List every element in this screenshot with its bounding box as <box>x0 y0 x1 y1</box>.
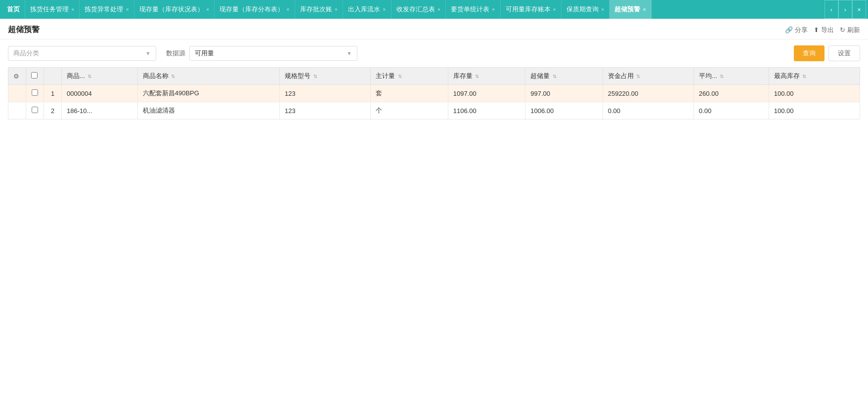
row-product-code: 0000004 <box>62 85 138 102</box>
gear-icon[interactable]: ⚙ <box>13 73 19 80</box>
sort-stock-icon: ⇅ <box>475 74 479 79</box>
row-avg: 260.00 <box>694 85 769 102</box>
row-spec: 123 <box>280 85 371 102</box>
nav-arrow-right[interactable]: › <box>838 0 852 19</box>
share-action[interactable]: 🔗 分享 <box>785 26 808 35</box>
row-avg: 0.00 <box>694 102 769 119</box>
refresh-icon: ↻ <box>840 26 845 34</box>
th-overstock[interactable]: 超储量 ⇅ <box>525 68 603 85</box>
th-max-stock[interactable]: 最高库存 ⇅ <box>769 68 860 85</box>
row-checkbox[interactable] <box>32 89 38 96</box>
nav-item-overstock-warning[interactable]: 超储预警 × <box>609 0 651 19</box>
th-checkbox <box>26 68 44 85</box>
row-max-stock: 100.00 <box>769 102 860 119</box>
nav-arrows: ‹ › × <box>825 0 866 19</box>
nav-item-picking-task[interactable]: 拣货任务管理 × <box>25 0 80 19</box>
row-stock: 1106.00 <box>448 102 525 119</box>
header-actions: 🔗 分享 ⬆ 导出 ↻ 刷新 <box>785 26 860 35</box>
sort-product-name-icon: ⇅ <box>171 74 175 79</box>
close-picking-task[interactable]: × <box>71 6 74 12</box>
filter-category-item: 商品分类 ▼ <box>8 46 156 61</box>
nav-arrow-left[interactable]: ‹ <box>825 0 838 19</box>
category-select-label: 商品分类 <box>13 49 39 58</box>
data-table: ⚙ 商品... ⇅ 商品名称 ⇅ 规格型号 <box>8 67 860 119</box>
nav-item-expiry-query[interactable]: 保质期查询 × <box>562 0 609 19</box>
datasource-selected-value: 可用量 <box>195 49 214 58</box>
th-unit[interactable]: 主计量 ⇅ <box>371 68 448 85</box>
row-checkbox-cell[interactable] <box>26 102 44 119</box>
export-icon: ⬆ <box>814 26 819 34</box>
row-max-stock: 100.00 <box>769 85 860 102</box>
table-row: 1 0000004 六配套新昌490BPG 123 套 1097.00 997.… <box>8 85 860 102</box>
close-expiry-query[interactable]: × <box>601 6 604 12</box>
sort-product-code-icon: ⇅ <box>87 74 91 79</box>
sort-unit-icon: ⇅ <box>398 74 402 79</box>
row-spec: 123 <box>280 102 371 119</box>
nav-item-order-stats[interactable]: 要货单统计表 × <box>446 0 500 19</box>
datasource-label: 数据源 <box>166 49 185 58</box>
nav-item-receive-summary[interactable]: 收发存汇总表 × <box>391 0 446 19</box>
row-capital: 259220.00 <box>603 85 694 102</box>
close-inventory-status[interactable]: × <box>206 6 209 12</box>
close-inout-flow[interactable]: × <box>383 6 386 12</box>
close-inventory-batch[interactable]: × <box>335 6 338 12</box>
datasource-select[interactable]: 可用量 ▼ <box>189 46 357 61</box>
datasource-chevron-icon: ▼ <box>347 50 352 56</box>
close-order-stats[interactable]: × <box>492 6 495 12</box>
th-avg[interactable]: 平均... ⇅ <box>694 68 769 85</box>
nav-item-inout-flow[interactable]: 出入库流水 × <box>343 0 391 19</box>
close-picking-exception[interactable]: × <box>126 6 129 12</box>
table-row: 2 186-10... 机油滤清器 123 个 1106.00 1006.00 … <box>8 102 860 119</box>
close-inventory-dist[interactable]: × <box>286 6 289 12</box>
nav-bar: 首页 拣货任务管理 × 拣货异常处理 × 现存量（库存状况表） × 现存量（库存… <box>0 0 868 19</box>
row-unit: 个 <box>371 102 448 119</box>
filter-datasource-item: 数据源 可用量 ▼ <box>166 46 357 61</box>
row-stock: 1097.00 <box>448 85 525 102</box>
table-header-row: ⚙ 商品... ⇅ 商品名称 ⇅ 规格型号 <box>8 68 860 85</box>
refresh-action[interactable]: ↻ 刷新 <box>840 26 860 35</box>
th-product-name[interactable]: 商品名称 ⇅ <box>137 68 279 85</box>
nav-item-home[interactable]: 首页 <box>2 0 25 19</box>
row-overstock: 1006.00 <box>525 102 603 119</box>
row-product-name: 机油滤清器 <box>137 102 279 119</box>
row-gear-cell <box>8 85 26 102</box>
close-receive-summary[interactable]: × <box>437 6 440 12</box>
row-number: 1 <box>44 85 62 102</box>
category-chevron-icon: ▼ <box>145 50 151 56</box>
nav-item-inventory-batch[interactable]: 库存批次账 × <box>295 0 343 19</box>
category-select[interactable]: 商品分类 ▼ <box>8 46 156 61</box>
close-overstock-warning[interactable]: × <box>643 6 646 12</box>
nav-item-picking-exception[interactable]: 拣货异常处理 × <box>80 0 134 19</box>
sort-overstock-icon: ⇅ <box>553 74 557 79</box>
select-all-checkbox[interactable] <box>31 72 38 79</box>
sort-capital-icon: ⇅ <box>636 74 640 79</box>
close-available-ledger[interactable]: × <box>553 6 556 12</box>
row-number: 2 <box>44 102 62 119</box>
nav-arrow-close[interactable]: × <box>852 0 866 19</box>
main-content: 超储预警 🔗 分享 ⬆ 导出 ↻ 刷新 商品分类 ▼ 数据源 <box>0 19 868 395</box>
sort-spec-icon: ⇅ <box>313 74 317 79</box>
settings-button[interactable]: 设置 <box>828 45 860 61</box>
th-spec[interactable]: 规格型号 ⇅ <box>280 68 371 85</box>
page-header: 超储预警 🔗 分享 ⬆ 导出 ↻ 刷新 <box>0 19 868 40</box>
nav-item-inventory-status[interactable]: 现存量（库存状况表） × <box>134 0 215 19</box>
page-title: 超储预警 <box>8 25 40 35</box>
th-row-num <box>44 68 62 85</box>
share-icon: 🔗 <box>785 26 793 34</box>
filter-area: 商品分类 ▼ 数据源 可用量 ▼ 查询 设置 <box>0 40 868 67</box>
th-product-code[interactable]: 商品... ⇅ <box>62 68 138 85</box>
export-action[interactable]: ⬆ 导出 <box>814 26 834 35</box>
th-stock[interactable]: 库存量 ⇅ <box>448 68 525 85</box>
filter-buttons: 查询 设置 <box>794 45 860 61</box>
row-overstock: 997.00 <box>525 85 603 102</box>
query-button[interactable]: 查询 <box>794 45 825 61</box>
sort-max-stock-icon: ⇅ <box>802 74 806 79</box>
sort-avg-icon: ⇅ <box>720 74 724 79</box>
row-gear-cell <box>8 102 26 119</box>
row-checkbox-cell[interactable] <box>26 85 44 102</box>
row-checkbox[interactable] <box>32 107 38 113</box>
th-gear[interactable]: ⚙ <box>8 68 26 85</box>
th-capital[interactable]: 资金占用 ⇅ <box>603 68 694 85</box>
nav-item-available-ledger[interactable]: 可用量库存账本 × <box>501 0 562 19</box>
nav-item-inventory-dist[interactable]: 现存量（库存分布表） × <box>215 0 295 19</box>
